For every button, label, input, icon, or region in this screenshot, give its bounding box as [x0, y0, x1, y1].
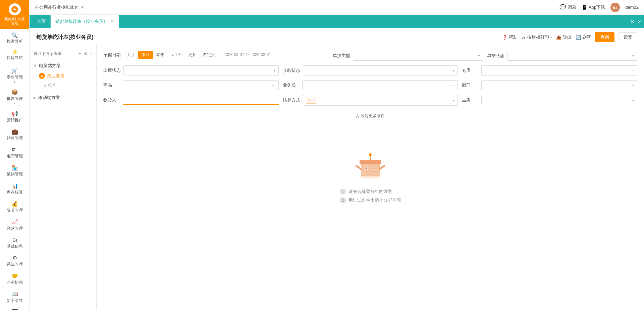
retail-icon: 🛒 [11, 67, 18, 74]
purchase-icon: 🏪 [11, 164, 18, 171]
goods-control[interactable]: ··· [123, 80, 279, 90]
logo-icon [9, 3, 21, 15]
collapse-bar[interactable]: ⋀ 收起更多条件 [103, 110, 637, 123]
sidebar-item-wholesale[interactable]: 📦 批发管理 ▲ [0, 86, 29, 108]
app-download-label: App下载 [589, 4, 605, 10]
sidebar-logo[interactable]: 畅捷通好生意 标版 [0, 0, 30, 29]
sidebar-item-apps[interactable]: 🔲 应用中心 [0, 306, 29, 310]
sidebar-item-cooperation[interactable]: 🤝 企业协同 [0, 270, 29, 288]
system-icon: ⚙ [12, 255, 17, 261]
settle-label: 结算方式 [283, 97, 300, 103]
content-wrapper: 销货单统计表(按业务员) ❓ 帮助 🖨 按模板打印 ▾ 📤 导出 [30, 28, 644, 310]
tab-expand-icon[interactable]: ⤢ [637, 19, 641, 24]
settle-tag-close[interactable]: × [312, 98, 314, 102]
print-dropdown-icon: ▾ [550, 36, 552, 39]
filter-item-dept: 部门 ▾ [462, 80, 637, 90]
out-status-label: 出库状态 [103, 67, 121, 73]
dept-control[interactable]: ▾ [481, 80, 637, 90]
tab-close-icon[interactable]: ✕ [110, 19, 114, 24]
sidebar-item-sales[interactable]: 💼 销售管理 [0, 126, 29, 144]
sidebar-search[interactable]: 🔍 搜索菜单 [5, 29, 24, 46]
scheme-sub-by-order[interactable]: ≡ 按单 [30, 81, 96, 90]
brand-control[interactable]: ··· [481, 95, 637, 105]
settle-tag: × × [306, 97, 316, 104]
sidebar-item-system[interactable]: ⚙ 系统管理 [0, 252, 29, 270]
empty-hint-2: 2 用过滤条件来缩小分析范围 [340, 197, 401, 203]
sidebar-item-marketing[interactable]: 📢 营销推广 [0, 108, 29, 126]
settings-button[interactable]: 设置 [619, 32, 637, 42]
sidebar-item-ecommerce[interactable]: 🛍 电商管理 [0, 144, 29, 162]
filter-row-4: 收货人 ··· 结算方式 × × [103, 95, 637, 106]
receipt-status-control[interactable]: ▾ [303, 65, 458, 75]
filter-item-warehouse: 仓库 ··· [462, 65, 637, 75]
query-button[interactable]: 查询 [595, 32, 614, 42]
ecommerce-icon: 🛍 [12, 147, 17, 153]
left-panel-icons: + ⚙ « [78, 51, 92, 57]
tab-close-window-icon[interactable]: ✕ [631, 19, 635, 24]
filter-item-doc-type: 单据类型 ▾ [333, 51, 483, 61]
svg-rect-2 [361, 162, 380, 176]
doc-status-control[interactable]: ▾ [507, 51, 637, 61]
sidebar-item-guide[interactable]: 📖 新手引导 [0, 288, 29, 306]
sidebar-item-retail[interactable]: 🛒 零售管理 ▲ [0, 65, 29, 86]
settle-control[interactable]: × × ▾ [303, 95, 458, 106]
date-btn-more[interactable]: 更多 [185, 51, 200, 59]
desktop-expand-icon: ▼ [34, 64, 37, 68]
tab-home[interactable]: 首页 [32, 15, 51, 28]
desktop-scheme-parent[interactable]: ▼ 电脑端方案 [30, 61, 96, 71]
consignee-dots-icon[interactable]: ··· [272, 97, 276, 102]
message-btn[interactable]: 💬 消息 [559, 4, 576, 10]
sidebar-item-basics[interactable]: 🗂 基础信息 [0, 234, 29, 252]
date-btn-this-month[interactable]: 本月 [138, 51, 153, 59]
scheme-settings-icon[interactable]: ⚙ [84, 51, 88, 57]
consignee-control[interactable]: ··· [123, 95, 279, 105]
sales-stat-tab-label: 销货单统计表（按业务员） [55, 18, 108, 24]
staff-dots-icon[interactable]: ··· [451, 83, 455, 88]
tab-sales-stat[interactable]: 销货单统计表（按业务员） ✕ [51, 15, 119, 28]
print-btn[interactable]: 🖨 按模板打印 ▾ [522, 34, 552, 40]
filter-row-3: 商品 ··· 业务员 ··· [103, 80, 637, 90]
svg-rect-3 [360, 160, 381, 164]
receipt-status-dropdown-icon: ▾ [453, 68, 455, 73]
brand-dots-icon[interactable]: ··· [630, 97, 634, 103]
date-btn-last-month[interactable]: 上月 [123, 51, 138, 59]
breadcrumb-dropdown-icon[interactable]: ▾ [81, 5, 84, 10]
mobile-scheme-parent[interactable]: ▶ 移动端方案 [30, 93, 96, 103]
goods-dots-icon[interactable]: ··· [272, 83, 276, 88]
filter-item-brand: 品牌 ··· [462, 95, 637, 105]
date-btn-custom[interactable]: 自定义 [200, 51, 218, 59]
sidebar-item-operations[interactable]: 📈 经营管理 [0, 216, 29, 234]
user-name[interactable]: demo2 [625, 5, 639, 10]
export-btn[interactable]: 📤 导出 [556, 34, 572, 40]
help-btn[interactable]: ❓ 帮助 [502, 34, 518, 40]
goods-label: 商品 [103, 82, 120, 88]
quick-nav[interactable]: ⚡ 快捷导航 [5, 46, 24, 62]
date-filter-label: 单据日期 [103, 52, 121, 58]
empty-hint-1: 1 请先选择要分析的方案 [340, 189, 401, 195]
left-panel-title: 按以下方案查询 [34, 51, 62, 57]
refresh-btn[interactable]: 🔄 刷新 [576, 34, 591, 40]
sidebar-item-finance[interactable]: 💰 资金管理 [0, 198, 29, 216]
filter-item-receipt-status: 收款状态 ▾ [283, 65, 458, 75]
breadcrumb-text[interactable]: 办公用品行业模拟账套 [35, 4, 78, 10]
staff-control[interactable]: ··· [302, 80, 458, 90]
warehouse-control[interactable]: ··· [481, 65, 637, 75]
app-download-btn[interactable]: 📱 App下载 [582, 4, 605, 10]
scheme-child-by-staff[interactable]: ● 按业务员 [30, 71, 96, 81]
doc-type-control[interactable]: ▾ [353, 51, 483, 61]
user-avatar[interactable]: Ea [610, 3, 620, 12]
filter-item-out-status: 出库状态 ▾ [103, 65, 279, 75]
date-btn-this-year[interactable]: 本年 [153, 51, 168, 59]
doc-type-label: 单据类型 [333, 53, 350, 59]
sidebar-item-purchase[interactable]: 🏪 采购管理 [0, 162, 29, 180]
dept-label: 部门 [462, 82, 479, 88]
add-scheme-icon[interactable]: + [78, 51, 81, 57]
warehouse-dots-icon[interactable]: ··· [630, 68, 634, 73]
sidebar-item-inventory[interactable]: 📊 库存核算 [0, 180, 29, 198]
date-btn-last-7[interactable]: 近7天 [168, 51, 185, 59]
filter-item-doc-status: 单据状态 ▾ [487, 51, 637, 61]
collapse-label: 收起更多条件 [361, 113, 385, 119]
left-panel-header: 按以下方案查询 + ⚙ « [30, 49, 96, 59]
collapse-panel-icon[interactable]: « [90, 51, 92, 57]
out-status-control[interactable]: ▾ [123, 65, 279, 75]
